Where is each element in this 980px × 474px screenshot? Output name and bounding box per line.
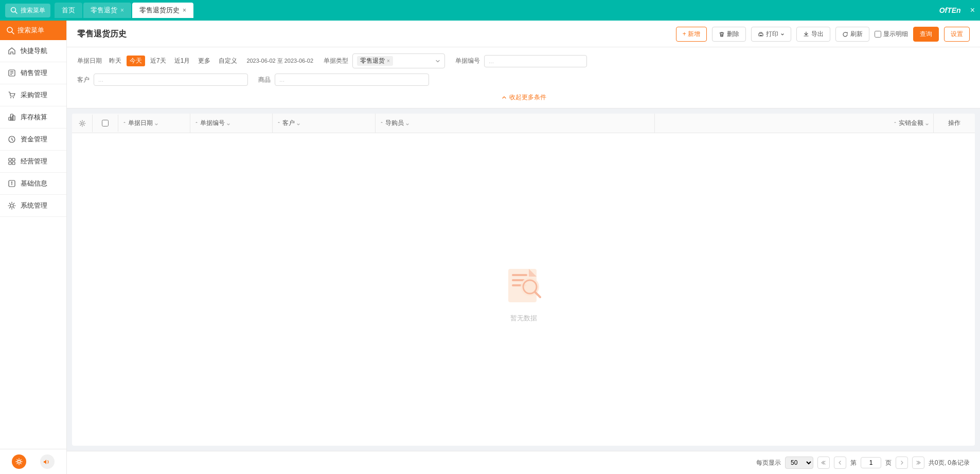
sidebar-item-basic-info-label: 基础信息 bbox=[21, 179, 47, 188]
total-label: 共0页, 0条记录 bbox=[929, 459, 970, 467]
sidebar-item-finance-label: 资金管理 bbox=[21, 135, 47, 144]
delete-button[interactable]: 删除 bbox=[712, 27, 746, 42]
top-bar: 搜索菜单 首页 零售退货 × 零售退货历史 × OfTEn × bbox=[0, 0, 980, 21]
export-icon bbox=[803, 31, 809, 38]
svg-point-22 bbox=[18, 461, 21, 463]
sidebar-item-sales[interactable]: 销售管理 bbox=[0, 62, 66, 84]
svg-point-9 bbox=[13, 97, 14, 98]
sort-desc-icon-order bbox=[226, 121, 230, 125]
svg-rect-11 bbox=[12, 116, 15, 120]
sidebar-collapse-btn[interactable] bbox=[40, 454, 55, 469]
table-col-customer-label: 客户 bbox=[282, 119, 295, 127]
sidebar-item-basic-info[interactable]: 基础信息 bbox=[0, 173, 66, 195]
tab-retail-return-history[interactable]: 零售退货历史 × bbox=[132, 3, 193, 18]
type-tag-remove[interactable]: × bbox=[387, 58, 390, 64]
table-header: 单据日期 单据编号 客户 导购员 bbox=[72, 114, 975, 133]
query-button[interactable]: 查询 bbox=[913, 27, 939, 42]
sidebar-item-system[interactable]: 系统管理 bbox=[0, 195, 66, 217]
sidebar-item-quick-nav[interactable]: 快捷导航 bbox=[0, 40, 66, 62]
content-area: 零售退货历史 + 新增 删除 打印 导出 刷新 bbox=[67, 21, 980, 474]
refresh-button[interactable]: 刷新 bbox=[835, 27, 869, 42]
svg-line-1 bbox=[15, 12, 17, 14]
date-btn-1month[interactable]: 近1月 bbox=[171, 56, 193, 66]
type-filter-select[interactable]: 零售退货 × bbox=[352, 53, 445, 68]
table-col-settings[interactable] bbox=[72, 115, 93, 132]
settings-button[interactable]: 设置 bbox=[944, 27, 970, 42]
table-col-order[interactable]: 单据编号 bbox=[190, 114, 273, 133]
prev-page-btn[interactable] bbox=[834, 457, 846, 469]
operation-icon bbox=[7, 157, 16, 166]
select-all-checkbox[interactable] bbox=[102, 120, 109, 126]
tab-retail-return-history-close[interactable]: × bbox=[183, 7, 186, 14]
sort-icon-date bbox=[122, 121, 127, 125]
header-actions: + 新增 删除 打印 导出 刷新 bbox=[676, 27, 970, 47]
print-button[interactable]: 打印 bbox=[751, 27, 791, 42]
order-filter-input[interactable]: ... bbox=[484, 55, 587, 67]
collapse-section: 收起更多条件 bbox=[77, 91, 970, 102]
settings-icon bbox=[15, 458, 23, 465]
first-page-icon bbox=[821, 460, 826, 465]
table-body: 暂无数据 bbox=[72, 133, 975, 446]
sidebar-item-purchase[interactable]: 采购管理 bbox=[0, 84, 66, 106]
tab-retail-return[interactable]: 零售退货 × bbox=[83, 3, 131, 18]
show-detail-input[interactable] bbox=[875, 31, 881, 38]
table-col-amount[interactable]: 实销金额 bbox=[655, 114, 934, 133]
collapse-btn[interactable]: 收起更多条件 bbox=[501, 93, 546, 102]
export-button[interactable]: 导出 bbox=[796, 27, 830, 42]
sidebar-item-operation[interactable]: 经营管理 bbox=[0, 151, 66, 173]
next-page-btn[interactable] bbox=[896, 457, 908, 469]
sidebar-search[interactable]: 搜索菜单 bbox=[0, 21, 66, 40]
sidebar-item-inventory[interactable]: 库存核算 bbox=[0, 106, 66, 129]
per-page-label: 每页显示 bbox=[756, 459, 781, 467]
date-btn-custom[interactable]: 自定义 bbox=[216, 56, 240, 66]
per-page-select[interactable]: 50 100 200 bbox=[785, 457, 813, 469]
table-col-date[interactable]: 单据日期 bbox=[118, 114, 190, 133]
export-label: 导出 bbox=[811, 30, 824, 39]
date-btn-today[interactable]: 今天 bbox=[127, 56, 145, 66]
close-window-btn[interactable]: × bbox=[970, 6, 975, 15]
filter-type: 单据类型 零售退货 × bbox=[324, 53, 445, 68]
svg-rect-16 bbox=[9, 162, 11, 165]
sort-icon-amount bbox=[893, 121, 897, 125]
show-detail-checkbox[interactable]: 显示明细 bbox=[875, 30, 908, 39]
sidebar-item-finance[interactable]: 资金管理 bbox=[0, 129, 66, 151]
type-filter-label: 单据类型 bbox=[324, 57, 348, 65]
filter-row-2: 客户 ... 商品 ... bbox=[77, 74, 970, 86]
svg-line-3 bbox=[12, 32, 14, 34]
svg-rect-14 bbox=[9, 158, 11, 161]
svg-point-21 bbox=[10, 204, 13, 207]
first-page-btn[interactable] bbox=[817, 457, 830, 469]
table-settings-icon bbox=[79, 120, 86, 127]
table-col-checkbox[interactable] bbox=[93, 115, 118, 132]
page-number-input[interactable] bbox=[861, 457, 881, 468]
finance-icon bbox=[7, 135, 16, 144]
home-icon bbox=[7, 46, 16, 56]
search-menu-btn[interactable]: 搜索菜单 bbox=[5, 4, 50, 17]
date-btn-more[interactable]: 更多 bbox=[195, 56, 213, 66]
svg-rect-15 bbox=[12, 158, 15, 161]
next-page-icon bbox=[899, 460, 904, 465]
tab-retail-return-history-label: 零售退货历史 bbox=[139, 6, 180, 15]
table-col-guide[interactable]: 导购员 bbox=[376, 114, 655, 133]
goods-filter-input[interactable]: ... bbox=[275, 74, 429, 86]
date-btn-7days[interactable]: 近7天 bbox=[147, 56, 169, 66]
last-page-btn[interactable] bbox=[912, 457, 924, 469]
sidebar-item-quick-nav-label: 快捷导航 bbox=[21, 46, 47, 56]
page-label: 第 bbox=[850, 459, 857, 467]
date-btn-yesterday[interactable]: 昨天 bbox=[106, 56, 124, 66]
svg-point-25 bbox=[81, 122, 83, 124]
basic-info-icon bbox=[7, 179, 16, 188]
customer-filter-input[interactable]: ... bbox=[94, 74, 248, 86]
tab-retail-return-close[interactable]: × bbox=[120, 7, 124, 14]
table-col-customer[interactable]: 客户 bbox=[273, 114, 376, 133]
tab-retail-return-label: 零售退货 bbox=[91, 6, 117, 15]
sidebar-settings-btn[interactable] bbox=[12, 454, 26, 469]
sidebar-item-sales-label: 销售管理 bbox=[21, 68, 47, 78]
filter-customer: 客户 ... bbox=[77, 74, 248, 86]
search-menu-label: 搜索菜单 bbox=[21, 6, 45, 15]
sidebar-item-system-label: 系统管理 bbox=[21, 201, 47, 210]
tab-home[interactable]: 首页 bbox=[55, 3, 82, 18]
type-select-chevron bbox=[435, 59, 440, 64]
add-button[interactable]: + 新增 bbox=[676, 27, 707, 42]
filter-row-1: 单据日期 昨天 今天 近7天 近1月 更多 自定义 2023-06-02 至 2… bbox=[77, 53, 970, 68]
